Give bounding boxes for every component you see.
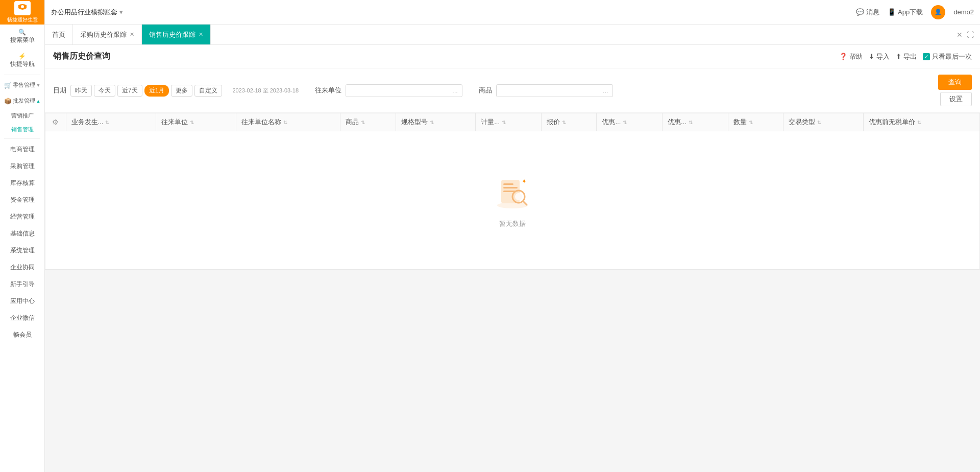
sort-icon-unit-name[interactable]: ⇅ — [283, 120, 287, 125]
th-product: 商品 ⇅ — [340, 113, 396, 131]
sort-icon-quantity[interactable]: ⇅ — [749, 120, 753, 125]
sidebar-item-basic-info[interactable]: 基础信息 — [0, 225, 44, 242]
th-biz-date: 业务发生... ⇅ — [66, 113, 156, 131]
sidebar-item-retail-mgmt[interactable]: 🛒 零售管理 ▼ — [0, 77, 44, 93]
from-unit-input[interactable] — [346, 85, 448, 97]
username[interactable]: demo2 — [953, 8, 974, 16]
date-range-text: 2023-02-18 至 2023-03-18 — [232, 87, 299, 95]
page-header: 销售历史价查询 ❓ 帮助 ⬇ 导入 ⬆ 导出 ✓ — [45, 45, 980, 68]
th-pretax-price: 优惠前无税单价 ⇅ — [863, 113, 979, 131]
sort-icon-product[interactable]: ⇅ — [361, 120, 365, 125]
th-quantity: 数量 ⇅ — [728, 113, 783, 131]
date-filter-label: 日期 — [53, 86, 66, 95]
date-btn-yesterday[interactable]: 昨天 — [70, 85, 92, 97]
topbar-title-text: 办公用品行业模拟账套 — [51, 8, 117, 17]
sidebar-item-sales-mgmt[interactable]: 销售管理 — [0, 123, 44, 136]
date-btn-today[interactable]: 今天 — [94, 85, 115, 97]
sidebar-item-member[interactable]: 畅会员 — [0, 326, 44, 343]
topbar-dropdown-icon[interactable]: ▾ — [119, 8, 123, 16]
app-download-icon: 📱 — [888, 8, 896, 16]
th-discount2: 优惠... ⇅ — [663, 113, 728, 131]
window-controls: ✕ ⛶ — [950, 25, 980, 44]
data-table: ⚙ 业务发生... ⇅ 往来单位 — [45, 113, 979, 131]
table-header: ⚙ 业务发生... ⇅ 往来单位 — [45, 113, 979, 131]
topbar-actions: 💬 消息 📱 App下载 👤 demo2 — [856, 5, 974, 19]
tab-purchase-history-close[interactable]: ✕ — [130, 31, 134, 38]
sort-icon-biz-date[interactable]: ⇅ — [105, 120, 109, 125]
date-btn-more[interactable]: 更多 — [171, 85, 192, 97]
sidebar-item-quick-nav[interactable]: ⚡ 快捷导航 — [0, 49, 44, 73]
window-maximize-icon[interactable]: ⛶ — [967, 31, 974, 39]
message-action[interactable]: 💬 消息 — [856, 8, 879, 17]
date-buttons: 昨天 今天 近7天 近1月 更多 自定义 — [70, 85, 222, 97]
product-input[interactable] — [497, 85, 599, 97]
sort-icon-trade-type[interactable]: ⇅ — [817, 120, 821, 125]
sidebar-item-purchase-mgmt[interactable]: 采购管理 — [0, 158, 44, 175]
date-btn-last1m[interactable]: 近1月 — [144, 85, 169, 97]
sidebar-item-system-mgmt[interactable]: 系统管理 — [0, 242, 44, 259]
tab-sales-history[interactable]: 销售历史价跟踪 ✕ — [142, 25, 211, 44]
sidebar-item-enterprise-coop[interactable]: 企业协同 — [0, 259, 44, 276]
product-dots-btn[interactable]: ... — [599, 85, 612, 97]
tab-purchase-history[interactable]: 采购历史价跟踪 ✕ — [73, 25, 142, 44]
sidebar-item-finance-mgmt[interactable]: 资金管理 — [0, 192, 44, 208]
sort-icon-spec[interactable]: ⇅ — [430, 120, 434, 125]
svg-rect-3 — [503, 183, 513, 185]
sidebar-item-ecommerce-mgmt[interactable]: 电商管理 — [0, 141, 44, 158]
avatar-image: 👤 — [935, 9, 942, 15]
chevron-up-icon: ▲ — [36, 99, 41, 104]
sort-icon-discount2[interactable]: ⇅ — [689, 120, 693, 125]
sort-icon-pretax-price[interactable]: ⇅ — [917, 120, 921, 125]
page-header-actions: ❓ 帮助 ⬇ 导入 ⬆ 导出 ✓ 只看最后一次 — [839, 52, 972, 61]
message-icon: 💬 — [856, 8, 864, 16]
sidebar-item-operation-mgmt[interactable]: 经营管理 — [0, 208, 44, 225]
product-label: 商品 — [479, 86, 492, 95]
sidebar-item-wholesale-mgmt[interactable]: 📦 批发管理 ▲ — [0, 93, 44, 109]
th-unit-code: 往来单位 ⇅ — [156, 113, 236, 131]
sidebar-item-app-center[interactable]: 应用中心 — [0, 293, 44, 310]
app-logo[interactable]: 畅捷通好生意 — [0, 0, 44, 25]
page-title: 销售历史价查询 — [53, 51, 110, 62]
tabbar: 首页 采购历史价跟踪 ✕ 销售历史价跟踪 ✕ ✕ ⛶ — [45, 25, 980, 45]
sidebar-item-beginner-guide[interactable]: 新手引导 — [0, 276, 44, 293]
only-last-checkbox[interactable]: ✓ 只看最后一次 — [923, 52, 972, 61]
sort-icon-unit[interactable]: ⇅ — [502, 120, 506, 125]
sort-icon-price[interactable]: ⇅ — [562, 120, 566, 125]
tab-purchase-history-label: 采购历史价跟踪 — [80, 30, 127, 39]
table-settings-icon[interactable]: ⚙ — [51, 118, 61, 126]
import-action[interactable]: ⬇ 导入 — [869, 52, 890, 61]
from-unit-filter-group: 往来单位 ... — [315, 84, 462, 97]
window-close-icon[interactable]: ✕ — [957, 31, 963, 39]
sidebar-item-inventory-check[interactable]: 库存核算 — [0, 175, 44, 192]
filter-actions: 查询 设置 — [938, 75, 972, 106]
date-btn-last7[interactable]: 近7天 — [117, 85, 142, 97]
user-avatar[interactable]: 👤 — [931, 5, 945, 19]
app-download-action[interactable]: 📱 App下载 — [888, 8, 923, 17]
date-filter-group: 日期 昨天 今天 近7天 近1月 更多 自定义 — [53, 85, 222, 97]
content-area: 销售历史价查询 ❓ 帮助 ⬇ 导入 ⬆ 导出 ✓ — [45, 45, 980, 472]
export-action[interactable]: ⬆ 导出 — [896, 52, 917, 61]
checkbox-checked-icon: ✓ — [923, 53, 930, 60]
settings-button[interactable]: 设置 — [940, 92, 972, 106]
sidebar-item-marketing[interactable]: 营销推广 — [0, 109, 44, 123]
sort-icon-unit-code[interactable]: ⇅ — [190, 120, 194, 125]
tab-sales-history-close[interactable]: ✕ — [199, 31, 203, 38]
topbar-title: 办公用品行业模拟账套 ▾ — [51, 8, 852, 17]
product-input-wrap: ... — [496, 84, 613, 97]
tab-home[interactable]: 首页 — [45, 25, 73, 44]
sort-icon-discount1[interactable]: ⇅ — [623, 120, 627, 125]
query-button[interactable]: 查询 — [938, 75, 972, 90]
sidebar-item-enterprise-wechat[interactable]: 企业微信 — [0, 310, 44, 326]
sidebar-item-search-menu[interactable]: 🔍 搜索菜单 — [0, 25, 44, 49]
table-header-row: ⚙ 业务发生... ⇅ 往来单位 — [45, 113, 979, 131]
svg-point-7 — [515, 193, 522, 200]
th-settings: ⚙ — [45, 113, 66, 131]
main-area: 办公用品行业模拟账套 ▾ 💬 消息 📱 App下载 👤 demo2 首页 采购历… — [45, 0, 980, 472]
empty-icon: ✦ — [492, 172, 533, 213]
export-icon: ⬆ — [896, 53, 901, 60]
from-unit-dots-btn[interactable]: ... — [448, 85, 462, 97]
chevron-down-icon: ▼ — [36, 83, 41, 88]
search-menu-icon: 🔍 — [2, 29, 42, 36]
date-btn-custom[interactable]: 自定义 — [194, 85, 222, 97]
help-action[interactable]: ❓ 帮助 — [839, 52, 863, 61]
